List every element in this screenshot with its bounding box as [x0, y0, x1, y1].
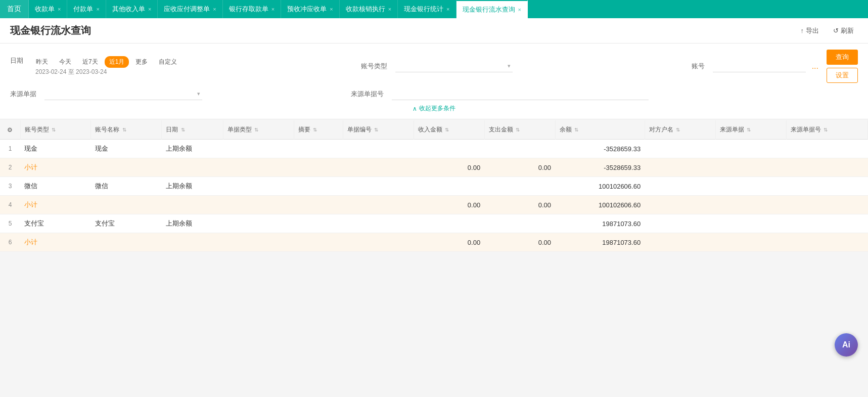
col-gear[interactable]: ⚙ — [0, 120, 20, 140]
account-type-select-wrap[interactable]: ▾ — [395, 60, 513, 72]
close-icon[interactable]: × — [148, 6, 151, 12]
col-income[interactable]: 收入金额 ⇅ — [414, 120, 484, 140]
cell-date: 上期余额 — [162, 214, 223, 233]
query-button[interactable]: 查询 — [827, 50, 858, 65]
close-icon[interactable]: × — [330, 6, 333, 12]
cell-source-doc-no — [786, 214, 868, 233]
close-icon[interactable]: × — [518, 7, 521, 13]
nav-tab-yingshouyingfu[interactable]: 应收应付调整单 × — [158, 0, 222, 18]
account-dots-button[interactable]: ... — [810, 62, 820, 71]
col-doc-no-label: 单据编号 — [347, 126, 372, 133]
col-source-doc[interactable]: 来源单据 ⇅ — [715, 120, 786, 140]
table-row: 6小计0.000.0019871073.60 — [0, 233, 868, 252]
cell-doc-type — [223, 140, 294, 158]
source-doc-no-input-wrap[interactable] — [392, 88, 649, 100]
cell-account-type: 现金 — [20, 140, 91, 158]
source-doc-input[interactable] — [47, 89, 197, 99]
nav-tab-shoukuanhexiao[interactable]: 收款核销执行 × — [340, 0, 398, 18]
cell-balance: -3528659.33 — [555, 140, 645, 158]
cell-doc-no — [343, 214, 414, 233]
cell-source-doc-no — [786, 233, 868, 252]
cell-expense — [484, 214, 555, 233]
nav-tab-fukuandan[interactable]: 付款单 × — [67, 0, 106, 18]
sort-arrows-balance: ⇅ — [574, 127, 578, 133]
col-date[interactable]: 日期 ⇅ — [162, 120, 223, 140]
col-balance[interactable]: 余额 ⇅ — [555, 120, 645, 140]
account-input[interactable] — [715, 61, 804, 71]
cell-expense — [484, 177, 555, 196]
cell-expense: 0.00 — [484, 158, 555, 177]
refresh-label: 刷新 — [841, 26, 854, 35]
home-label: 首页 — [7, 5, 21, 14]
col-expense[interactable]: 支出金额 ⇅ — [484, 120, 555, 140]
col-account-type-label: 账号类型 — [25, 126, 49, 133]
date-1month[interactable]: 近1月 — [105, 56, 129, 68]
sort-arrows-summary: ⇅ — [313, 127, 317, 133]
cell-summary — [294, 196, 343, 214]
nav-home[interactable]: 首页 — [0, 0, 29, 18]
sort-arrows-expense: ⇅ — [516, 127, 520, 133]
cell-account-type: 小计 — [20, 196, 91, 214]
cell-source-doc-no — [786, 177, 868, 196]
close-icon[interactable]: × — [96, 6, 99, 12]
col-summary[interactable]: 摘要 ⇅ — [294, 120, 343, 140]
nav-tab-shoukuandan[interactable]: 收款单 × — [29, 0, 67, 18]
source-doc-select-wrap[interactable]: ▾ — [44, 88, 202, 100]
close-icon[interactable]: × — [388, 6, 391, 12]
close-icon[interactable]: × — [213, 6, 216, 12]
close-icon[interactable]: × — [446, 6, 449, 12]
col-account-name[interactable]: 账号名称 ⇅ — [91, 120, 162, 140]
cell-date — [162, 233, 223, 252]
export-label: 导出 — [806, 26, 819, 35]
date-filter-group: 日期 昨天 今天 近7天 近1月 更多 自定义 2023-02-24 至 202… — [10, 56, 181, 76]
export-button[interactable]: ↑ 导出 — [797, 24, 824, 37]
col-income-label: 收入金额 — [418, 126, 442, 133]
col-account-type[interactable]: 账号类型 ⇅ — [20, 120, 91, 140]
sort-arrows-doc-no: ⇅ — [374, 127, 378, 133]
account-input-wrap[interactable] — [713, 60, 806, 72]
refresh-button[interactable]: ↺ 刷新 — [829, 24, 858, 37]
nav-tab-xianjinyinhang-tongji[interactable]: 现金银行统计 × — [398, 0, 456, 18]
nav-tab-yinhangcunkuan[interactable]: 银行存取款单 × — [223, 0, 281, 18]
cell-counterpart — [645, 140, 715, 158]
cell-doc-type — [223, 177, 294, 196]
close-icon[interactable]: × — [58, 6, 61, 12]
row-num: 5 — [0, 214, 20, 233]
col-doc-type[interactable]: 单据类型 ⇅ — [223, 120, 294, 140]
gear-icon[interactable]: ⚙ — [7, 126, 13, 134]
cell-source-doc-no — [786, 140, 868, 158]
account-type-label: 账号类型 — [361, 62, 387, 71]
row-num: 4 — [0, 196, 20, 214]
sort-arrows-counterpart: ⇅ — [676, 127, 680, 133]
cell-source-doc — [715, 214, 786, 233]
account-filter: 账号 ... — [692, 60, 820, 72]
col-source-doc-no-label: 来源单据号 — [791, 126, 821, 133]
account-type-input[interactable] — [397, 61, 508, 71]
cell-date: 上期余额 — [162, 177, 223, 196]
collapse-bar[interactable]: ∧ 收起更多条件 — [10, 102, 858, 115]
table-row: 1现金现金上期余额-3528659.33 — [0, 140, 868, 158]
col-account-name-label: 账号名称 — [95, 126, 119, 133]
date-7days[interactable]: 近7天 — [78, 56, 103, 68]
cell-date: 上期余额 — [162, 140, 223, 158]
nav-tab-yushou[interactable]: 预收冲应收单 × — [281, 0, 339, 18]
col-source-doc-no[interactable]: 来源单据号 ⇅ — [786, 120, 868, 140]
cell-account-name: 支付宝 — [91, 214, 162, 233]
sort-arrows-source-doc-no: ⇅ — [824, 127, 828, 133]
nav-tab-qitashouruden[interactable]: 其他收入单 × — [106, 0, 158, 18]
header-actions: ↑ 导出 ↺ 刷新 — [797, 24, 858, 37]
tab-label: 应收应付调整单 — [164, 5, 210, 14]
cell-summary — [294, 158, 343, 177]
close-icon[interactable]: × — [271, 6, 275, 12]
date-custom[interactable]: 自定义 — [154, 56, 181, 68]
date-yesterday[interactable]: 昨天 — [31, 56, 53, 68]
date-more[interactable]: 更多 — [131, 56, 152, 68]
settings-button[interactable]: 设置 — [827, 68, 858, 83]
col-doc-no[interactable]: 单据编号 ⇅ — [343, 120, 414, 140]
source-doc-no-input[interactable] — [394, 89, 647, 99]
tab-label: 其他收入单 — [112, 5, 145, 14]
cell-account-type: 微信 — [20, 177, 91, 196]
nav-tab-liushui-active[interactable]: 现金银行流水查询 × — [456, 0, 528, 18]
date-today[interactable]: 今天 — [55, 56, 76, 68]
col-counterpart[interactable]: 对方户名 ⇅ — [645, 120, 715, 140]
